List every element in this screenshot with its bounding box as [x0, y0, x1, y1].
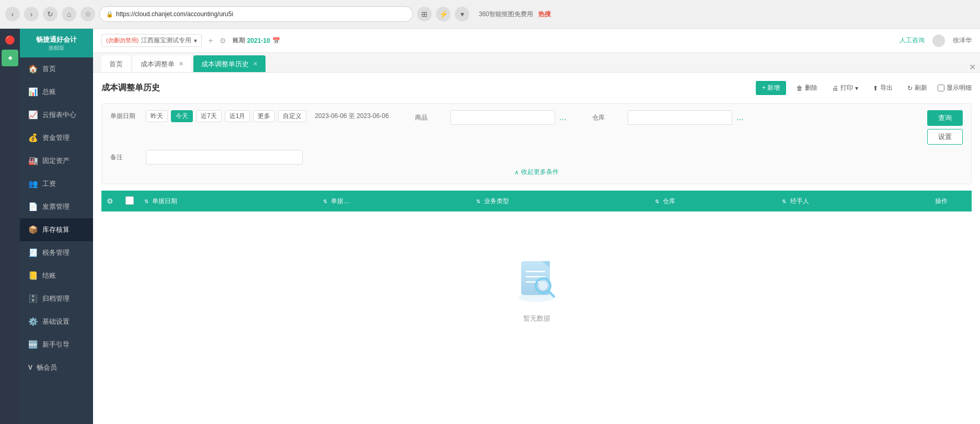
- lock-icon: 🔒: [106, 11, 113, 18]
- sidebar-item-settings[interactable]: ⚙️ 基础设置: [20, 310, 93, 333]
- lightning-button[interactable]: ⚡: [436, 7, 451, 21]
- date-today[interactable]: 今天: [171, 110, 193, 122]
- company-selector[interactable]: (勿删勿禁用) 江西服宝测试专用 ▾: [101, 34, 202, 47]
- export-button[interactable]: ⬆ 导出: [869, 81, 897, 95]
- settings-filter-button[interactable]: 设置: [927, 129, 963, 145]
- tab-cost-adjust-history[interactable]: 成本调整单历史 ✕: [193, 55, 266, 72]
- delete-button[interactable]: 🗑 删除: [792, 81, 822, 95]
- invoice-icon: 📄: [28, 202, 38, 211]
- date-1month[interactable]: 近1月: [225, 110, 250, 122]
- date-custom[interactable]: 自定义: [278, 110, 306, 122]
- warehouse-filter-label: 仓库: [592, 113, 624, 122]
- sidebar-item-ledger[interactable]: 📊 总账: [20, 80, 93, 103]
- payroll-icon: 👥: [28, 179, 38, 189]
- dropdown-button[interactable]: ▾: [455, 7, 469, 21]
- plus-icon[interactable]: +: [208, 36, 213, 45]
- back-button[interactable]: ‹: [5, 7, 20, 21]
- sidebar-item-archive[interactable]: 🗄️ 归档管理: [20, 287, 93, 310]
- th-warehouse[interactable]: 仓库: [650, 191, 777, 211]
- date-more[interactable]: 更多: [253, 110, 275, 122]
- home-button[interactable]: ⌂: [62, 7, 76, 21]
- sidebar-item-close-period[interactable]: 📒 结账: [20, 264, 93, 287]
- sidebar-item-payroll[interactable]: 👥 工资: [20, 172, 93, 195]
- settings-icon-topbar[interactable]: ⚙: [220, 37, 226, 45]
- logo-title: 畅捷通好会计: [36, 35, 77, 44]
- sidebar-item-home[interactable]: 🏠 首页: [20, 57, 93, 80]
- sidebar-item-archive-label: 归档管理: [42, 294, 70, 303]
- collapse-filter-btn[interactable]: ∧ 收起更多条件: [110, 164, 963, 178]
- sidebar-item-cloud-report[interactable]: 📈 云报表中心: [20, 103, 93, 126]
- warehouse-input[interactable]: [628, 110, 732, 125]
- date-yesterday[interactable]: 昨天: [146, 110, 168, 122]
- sidebar-item-finance[interactable]: 💰 资金管理: [20, 126, 93, 149]
- dropdown-arrow-icon: ▾: [194, 37, 197, 44]
- url-bar[interactable]: 🔒 https://cloud.chanjet.com/accounting/u…: [99, 6, 413, 22]
- empty-text: 暂无数据: [523, 314, 550, 323]
- icon-bar-main[interactable]: ✦: [2, 50, 18, 66]
- main-content: (勿删勿禁用) 江西服宝测试专用 ▾ + ⚙ 账期 2021-10 📅 人工咨询…: [93, 29, 980, 424]
- tab-cost-adjust-close[interactable]: ✕: [179, 61, 183, 67]
- th-date[interactable]: 单据日期: [139, 191, 318, 211]
- th-number[interactable]: 单据…: [318, 191, 471, 211]
- goods-input[interactable]: [451, 110, 555, 125]
- top-bar-right: 人工咨询 徐泽华: [900, 34, 972, 47]
- th-date-label: 单据日期: [152, 197, 177, 205]
- select-all-checkbox[interactable]: [125, 196, 134, 205]
- remark-input[interactable]: [146, 150, 303, 164]
- tab-home-label: 首页: [109, 60, 123, 69]
- archive-icon: 🗄️: [28, 294, 38, 303]
- remark-filter-label: 备注: [110, 153, 142, 162]
- warehouse-more-btn[interactable]: ...: [736, 113, 743, 122]
- filter-area: 单据日期 昨天 今天 近7天 近1月 更多 自定义 2023-06-06 至 2…: [101, 103, 972, 184]
- th-settings[interactable]: ⚙: [101, 191, 120, 211]
- display-cols-checkbox[interactable]: [938, 85, 944, 91]
- delete-icon: 🗑: [797, 85, 803, 92]
- sidebar-item-member-label: 畅会员: [37, 363, 57, 372]
- data-table: ⚙ 单据日期 单据… 业务类型: [101, 191, 972, 211]
- new-button[interactable]: + 新增: [756, 81, 786, 95]
- sidebar-item-tax[interactable]: 🧾 税务管理: [20, 241, 93, 264]
- user-name[interactable]: 徐泽华: [953, 36, 972, 45]
- reload-button[interactable]: ↻: [43, 7, 57, 21]
- sidebar-item-settings-label: 基础设置: [42, 317, 70, 326]
- date-range-value: 2023-06-06 至 2023-06-06: [315, 112, 388, 121]
- display-cols-toggle[interactable]: 显示明细: [938, 84, 972, 92]
- sidebar-item-guide[interactable]: 🆕 新手引导: [20, 333, 93, 356]
- print-button[interactable]: 🖨 打印 ▾: [828, 81, 862, 95]
- home-icon: 🏠: [28, 64, 38, 74]
- calendar-icon[interactable]: 📅: [272, 37, 280, 44]
- print-icon: 🖨: [832, 85, 838, 92]
- ledger-icon: 📊: [28, 87, 38, 97]
- apps-button[interactable]: ⊞: [417, 7, 432, 21]
- sidebar-item-member[interactable]: V 畅会员: [20, 356, 93, 379]
- service-label[interactable]: 人工咨询: [900, 36, 925, 45]
- forward-button[interactable]: ›: [24, 7, 39, 21]
- finance-icon: 💰: [28, 133, 38, 143]
- period-badge: 账期 2021-10 📅: [233, 36, 280, 45]
- query-button[interactable]: 查询: [927, 110, 963, 126]
- sidebar-item-fixed-assets[interactable]: 🏭 固定资产: [20, 149, 93, 172]
- bookmark-button[interactable]: ☆: [80, 7, 95, 21]
- close-tab-right[interactable]: ✕: [969, 62, 976, 72]
- logo-sub: 旗舰版: [49, 44, 64, 52]
- sidebar-item-inventory[interactable]: 📦 库存核算: [20, 218, 93, 241]
- sidebar-item-fixed-assets-label: 固定资产: [42, 156, 70, 166]
- refresh-button[interactable]: ↻ 刷新: [903, 81, 931, 95]
- empty-state: 暂无数据: [101, 211, 972, 365]
- th-biz-type[interactable]: 业务类型: [471, 191, 650, 211]
- sidebar-item-tax-label: 税务管理: [42, 248, 70, 257]
- tab-home[interactable]: 首页: [101, 55, 131, 72]
- tax-icon: 🧾: [28, 248, 38, 257]
- th-handler[interactable]: 经手人: [777, 191, 930, 211]
- hot-label: 热搜: [538, 10, 551, 19]
- gear-icon: ⚙: [107, 197, 113, 205]
- goods-filter-label: 商品: [415, 113, 446, 122]
- company-warning: (勿删勿禁用): [106, 37, 139, 44]
- icon-bar-weibo[interactable]: 🔴: [2, 31, 18, 48]
- sidebar-item-invoice[interactable]: 📄 发票管理: [20, 195, 93, 218]
- tab-cost-adjust-history-close[interactable]: ✕: [253, 61, 258, 67]
- th-checkbox[interactable]: [120, 191, 139, 211]
- date-7days[interactable]: 近7天: [196, 110, 222, 122]
- tab-cost-adjust[interactable]: 成本调整单 ✕: [133, 55, 191, 72]
- goods-more-btn[interactable]: ...: [559, 113, 566, 122]
